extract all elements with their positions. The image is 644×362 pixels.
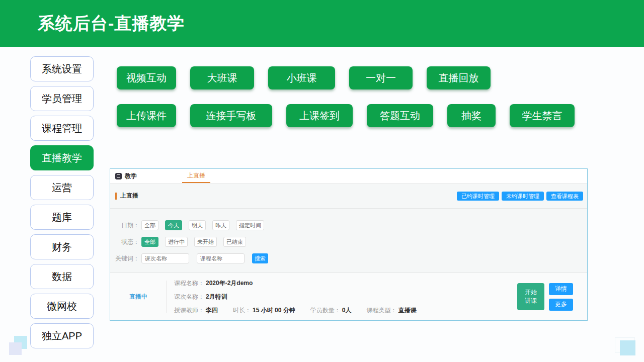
feature-lottery[interactable]: 抽奖 xyxy=(447,104,496,127)
student-count-label: 学员数量： xyxy=(310,307,341,314)
panel-tabbar: 教学 上直播 xyxy=(110,169,587,184)
teaching-app-icon xyxy=(115,173,122,179)
panel-app-title: 教学 xyxy=(125,172,137,180)
duration-label: 时长： xyxy=(233,307,251,314)
course-name-line: 课程名称： 2020年-2月demo xyxy=(174,279,416,288)
section-accent-bar xyxy=(115,193,117,200)
feature-quiz-interaction[interactable]: 答题互动 xyxy=(367,104,433,127)
filters: 日期： 全部 今天 明天 昨天 指定时间 状态： 全部 进行中 未开始 已结束 … xyxy=(110,209,587,263)
sidebar-item-data[interactable]: 数据 xyxy=(30,264,94,289)
filter-row-keyword: 关键词： 搜索 xyxy=(114,253,587,263)
search-button[interactable]: 搜索 xyxy=(252,253,268,263)
live-admin-panel: 教学 上直播 上直播 已约课时管理 未约课时管理 查看课程表 日期： 全部 今天… xyxy=(110,168,588,321)
course-name-input[interactable] xyxy=(197,253,245,263)
student-count-meta: 学员数量：0人 xyxy=(310,306,352,315)
filter-row-date: 日期： 全部 今天 明天 昨天 指定时间 xyxy=(114,220,587,230)
feature-small-class[interactable]: 小班课 xyxy=(268,66,335,89)
sidebar-item-live-teaching[interactable]: 直播教学 xyxy=(30,145,94,170)
course-list-item: 直播中 课程名称： 2020年-2月demo 课次名称： 2月特训 授课教师：李… xyxy=(110,273,587,320)
duration-meta: 时长：15 小时 00 分钟 xyxy=(233,306,295,315)
booked-lessons-button[interactable]: 已约课时管理 xyxy=(457,192,499,201)
panel-body: 上直播 已约课时管理 未约课时管理 查看课程表 日期： 全部 今天 明天 昨天 … xyxy=(110,184,587,320)
teacher-value: 李四 xyxy=(206,307,218,314)
sidebar-item-finance[interactable]: 财务 xyxy=(30,234,94,259)
course-type-value: 直播课 xyxy=(398,307,416,314)
course-details: 课程名称： 2020年-2月demo 课次名称： 2月特训 授课教师：李四 时长… xyxy=(174,279,416,315)
lesson-name-label: 课次名称： xyxy=(174,293,204,301)
status-divider xyxy=(167,281,167,313)
date-chip-custom-time[interactable]: 指定时间 xyxy=(236,220,264,230)
app-header: 系统后台-直播教学 xyxy=(0,0,644,47)
deco-square-bottom-left-lavender xyxy=(9,342,22,355)
detail-button[interactable]: 详情 xyxy=(549,283,573,295)
panel-header-buttons: 已约课时管理 未约课时管理 查看课程表 xyxy=(457,192,583,201)
lesson-name-input[interactable] xyxy=(141,253,189,263)
sidebar-item-course-management[interactable]: 课程管理 xyxy=(30,116,94,141)
section-header-row: 上直播 已约课时管理 未约课时管理 查看课程表 xyxy=(110,184,587,209)
status-chip-all[interactable]: 全部 xyxy=(141,237,158,247)
course-name-label: 课程名称： xyxy=(174,279,204,288)
feature-buttons-row-1: 视频互动 大班课 小班课 一对一 直播回放 xyxy=(117,66,491,89)
feature-one-on-one[interactable]: 一对一 xyxy=(349,66,413,89)
sidebar-item-standalone-app[interactable]: 独立APP xyxy=(30,323,94,348)
deco-square-bottom-right-cyan xyxy=(620,340,635,355)
sidebar-item-question-bank[interactable]: 题库 xyxy=(30,205,94,230)
status-filter-label: 状态： xyxy=(114,238,139,246)
course-list-divider xyxy=(110,272,587,273)
course-actions: 开始 讲课 详情 更多 xyxy=(517,283,573,311)
feature-mute-students[interactable]: 学生禁言 xyxy=(510,104,575,127)
sidebar-item-system-settings[interactable]: 系统设置 xyxy=(30,56,94,81)
date-chip-tomorrow[interactable]: 明天 xyxy=(189,220,206,230)
student-count-value: 0人 xyxy=(342,307,352,314)
course-type-meta: 课程类型：直播课 xyxy=(366,306,416,315)
start-teaching-line1: 开始 xyxy=(525,288,537,297)
sidebar: 系统设置 学员管理 课程管理 直播教学 运营 题库 财务 数据 微网校 独立AP… xyxy=(30,56,94,348)
course-name-value: 2020年-2月demo xyxy=(206,279,253,288)
date-chip-yesterday[interactable]: 昨天 xyxy=(212,220,229,230)
status-chip-ended[interactable]: 已结束 xyxy=(223,237,246,247)
feature-connect-tablet[interactable]: 连接手写板 xyxy=(190,104,272,127)
secondary-actions: 详情 更多 xyxy=(549,283,573,311)
page-title: 系统后台-直播教学 xyxy=(38,12,185,35)
keyword-filter-label: 关键词： xyxy=(114,254,139,263)
lesson-name-value: 2月特训 xyxy=(206,293,227,301)
filter-row-status: 状态： 全部 进行中 未开始 已结束 xyxy=(114,237,587,247)
section-title: 上直播 xyxy=(120,192,138,200)
tab-go-live[interactable]: 上直播 xyxy=(182,169,210,183)
course-meta-line: 授课教师：李四 时长：15 小时 00 分钟 学员数量：0人 课程类型：直播课 xyxy=(174,306,416,315)
course-type-label: 课程类型： xyxy=(366,307,396,314)
sidebar-item-operations[interactable]: 运营 xyxy=(30,175,94,200)
view-timetable-button[interactable]: 查看课程表 xyxy=(546,192,583,201)
date-chip-today[interactable]: 今天 xyxy=(165,220,182,230)
sidebar-item-student-management[interactable]: 学员管理 xyxy=(30,86,94,111)
status-chip-in-progress[interactable]: 进行中 xyxy=(165,237,188,247)
teacher-label: 授课教师： xyxy=(174,307,204,314)
more-button[interactable]: 更多 xyxy=(549,299,573,311)
feature-video-interaction[interactable]: 视频互动 xyxy=(117,66,176,89)
teacher-meta: 授课教师：李四 xyxy=(174,306,218,315)
lesson-name-line: 课次名称： 2月特训 xyxy=(174,293,416,301)
start-teaching-button[interactable]: 开始 讲课 xyxy=(517,283,544,310)
live-status-badge: 直播中 xyxy=(110,293,167,301)
sidebar-item-micro-school[interactable]: 微网校 xyxy=(30,294,94,319)
date-filter-label: 日期： xyxy=(114,221,139,230)
feature-large-class[interactable]: 大班课 xyxy=(190,66,254,89)
duration-value: 15 小时 00 分钟 xyxy=(253,307,295,314)
feature-buttons-row-2: 上传课件 连接手写板 上课签到 答题互动 抽奖 学生禁言 xyxy=(117,104,575,127)
date-chip-all[interactable]: 全部 xyxy=(141,220,158,230)
unbooked-lessons-button[interactable]: 未约课时管理 xyxy=(502,192,544,201)
feature-class-checkin[interactable]: 上课签到 xyxy=(286,104,353,127)
status-chip-not-started[interactable]: 未开始 xyxy=(194,237,217,247)
start-teaching-line2: 讲课 xyxy=(525,297,537,305)
feature-live-replay[interactable]: 直播回放 xyxy=(427,66,491,89)
feature-upload-courseware[interactable]: 上传课件 xyxy=(117,104,176,127)
